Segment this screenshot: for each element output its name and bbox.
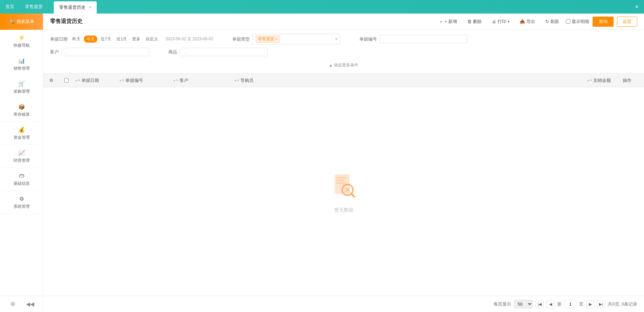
th-settings[interactable]: ⚙: [47, 78, 60, 83]
tab-retail-return-history[interactable]: 零售退货历史 ×: [54, 1, 97, 14]
refresh-button[interactable]: ↻ 刷新: [542, 17, 563, 26]
print-icon: 🖨: [492, 19, 496, 24]
th-amount[interactable]: ▲▼ 实销金额: [573, 77, 614, 84]
inventory-icon: 📦: [18, 103, 25, 110]
delete-button[interactable]: 🗑 删除: [464, 17, 485, 26]
tab-retail-return[interactable]: 零售退货 ×: [20, 0, 54, 14]
doc-type-tag-close[interactable]: ×: [276, 37, 278, 41]
sidebar-item-system[interactable]: ⚙ 系统管理: [0, 191, 43, 214]
page-last-button[interactable]: ▶|: [597, 300, 605, 308]
settings-button[interactable]: ⚙: [8, 299, 18, 309]
page-first-button[interactable]: |◀: [535, 300, 544, 308]
sidebar: 🔍 搜索菜单 ⚡ 快捷导航 📊 销售管理 🛒 采购管理 📦 库存核算 💰: [0, 14, 43, 312]
sidebar-nav: ⚡ 快捷导航 📊 销售管理 🛒 采购管理 📦 库存核算 💰 资金管理 📈: [0, 30, 43, 296]
tab-retail-return-history-close[interactable]: ×: [89, 5, 91, 10]
setting-label: 设置: [623, 19, 631, 24]
system-icon: ⚙: [18, 195, 25, 202]
page-next-button[interactable]: ▶: [586, 300, 594, 308]
sidebar-item-label: 系统管理: [14, 204, 30, 209]
export-button[interactable]: 📤 导出: [516, 17, 539, 26]
page-size-select[interactable]: 50 10 20 100: [514, 300, 533, 308]
th-num-label: 单据编号: [125, 77, 143, 84]
th-check[interactable]: [60, 78, 72, 83]
doc-num-input[interactable]: [380, 35, 468, 43]
page-header: 零售退货历史 ＋ + 新增 🗑 删除 🖨 打印 ▾ 📤 导出: [43, 14, 644, 30]
sales-icon: 📊: [18, 57, 25, 64]
sidebar-item-basic-info[interactable]: 🗃 基础信息: [0, 168, 43, 191]
page-number-input[interactable]: [564, 300, 576, 308]
print-button[interactable]: 🖨 打印 ▾: [488, 17, 513, 26]
purchase-icon: 🛒: [18, 80, 25, 87]
sidebar-item-label: 快捷导航: [14, 43, 30, 48]
new-button[interactable]: ＋ + 新增: [435, 17, 460, 26]
print-label: 打印: [498, 19, 506, 25]
show-detail-input[interactable]: [566, 19, 570, 24]
date-range-field: 2023-06-02 至 2023-06-02: [165, 36, 213, 42]
doc-type-label: 单据类型: [232, 36, 250, 42]
tab-home[interactable]: 首页: [0, 0, 20, 14]
sidebar-item-quick-nav[interactable]: ⚡ 快捷导航: [0, 30, 43, 53]
refresh-label: 刷新: [550, 19, 559, 25]
goods-placeholder: ...: [183, 49, 187, 54]
sidebar-item-operations[interactable]: 📈 经营管理: [0, 145, 43, 168]
settings-col-icon: ⚙: [49, 78, 53, 83]
date-shortcuts: 昨天 今天 近7天 近1月 更多 自定义: [70, 36, 160, 43]
th-guide-label: 导购员: [240, 77, 254, 84]
th-date[interactable]: ▲▼ 单据日期: [72, 77, 116, 84]
finance-icon: 💰: [18, 126, 25, 133]
sidebar-item-sales[interactable]: 📊 销售管理: [0, 53, 43, 76]
app-close-button[interactable]: ×: [629, 3, 644, 10]
doc-type-select[interactable]: 零售退货 × ▾: [253, 34, 340, 44]
date-filter-label: 单据日期: [50, 36, 68, 42]
page-title: 零售退货历史: [50, 18, 82, 25]
operations-icon: 📈: [18, 149, 25, 156]
page-prev-button[interactable]: ◀: [546, 300, 554, 308]
filter-row-2: 客户 ... 商品 ...: [50, 48, 637, 56]
tab-list: 首页 零售退货 × 零售退货历史 ×: [0, 0, 629, 14]
th-guide[interactable]: ▲▼ 导购员: [231, 77, 573, 84]
sidebar-item-inventory[interactable]: 📦 库存核算: [0, 99, 43, 122]
doc-type-dropdown-icon: ▾: [335, 37, 337, 41]
date-btn-yesterday[interactable]: 昨天: [70, 36, 82, 43]
date-btn-1month[interactable]: 近1月: [115, 36, 129, 43]
date-btn-more[interactable]: 更多: [130, 36, 142, 43]
quick-nav-icon: ⚡: [18, 34, 25, 41]
collapse-area: ▲ 收起更多条件: [50, 60, 637, 69]
customer-label: 客户: [50, 49, 59, 55]
th-amount-sort: ▲▼: [587, 79, 592, 82]
setting-button[interactable]: 设置: [617, 17, 637, 27]
goods-label: 商品: [168, 49, 177, 55]
goods-select[interactable]: ...: [180, 48, 268, 56]
sidebar-search[interactable]: 🔍 搜索菜单: [0, 14, 43, 30]
tab-retail-return-close[interactable]: ×: [46, 4, 48, 9]
doc-num-label: 单据编号: [359, 36, 377, 42]
goods-filter-field: 商品 ...: [168, 48, 268, 56]
date-btn-today[interactable]: 今天: [84, 36, 97, 43]
sidebar-item-label: 库存核算: [14, 112, 30, 117]
th-action-label: 操作: [623, 77, 631, 84]
th-num[interactable]: ▲▼ 单据编号: [116, 77, 170, 84]
toolbar: ＋ + 新增 🗑 删除 🖨 打印 ▾ 📤 导出 ↻: [435, 17, 637, 27]
customer-filter-field: 客户 ...: [50, 48, 149, 56]
date-btn-custom[interactable]: 自定义: [144, 36, 160, 43]
sidebar-item-finance[interactable]: 💰 资金管理: [0, 122, 43, 145]
show-detail-checkbox[interactable]: 显示明细: [566, 19, 589, 25]
th-num-sort: ▲▼: [119, 79, 124, 82]
select-all-checkbox[interactable]: [64, 78, 69, 83]
customer-select[interactable]: ...: [62, 48, 149, 56]
sidebar-item-purchase[interactable]: 🛒 采购管理: [0, 76, 43, 99]
filter-row-1: 单据日期 昨天 今天 近7天 近1月 更多 自定义 2023-06-02 至 2…: [50, 34, 637, 44]
collapse-button[interactable]: ▲ 收起更多条件: [329, 61, 359, 69]
page-label: 第: [557, 301, 562, 307]
th-customer[interactable]: ▲▼ 客户: [170, 77, 231, 84]
delete-label: 删除: [473, 19, 482, 25]
date-btn-7days[interactable]: 近7天: [99, 36, 113, 43]
th-customer-label: 客户: [180, 77, 188, 84]
tab-retail-return-history-label: 零售退货历史: [59, 4, 86, 10]
filter-area: 单据日期 昨天 今天 近7天 近1月 更多 自定义 2023-06-02 至 2…: [43, 30, 644, 74]
collapse-icon: ▲: [329, 63, 333, 68]
sidebar-item-label: 资金管理: [14, 135, 30, 140]
svg-line-5: [351, 194, 354, 197]
audio-button[interactable]: ◀◀: [25, 299, 35, 309]
query-button[interactable]: 查询: [593, 17, 614, 27]
